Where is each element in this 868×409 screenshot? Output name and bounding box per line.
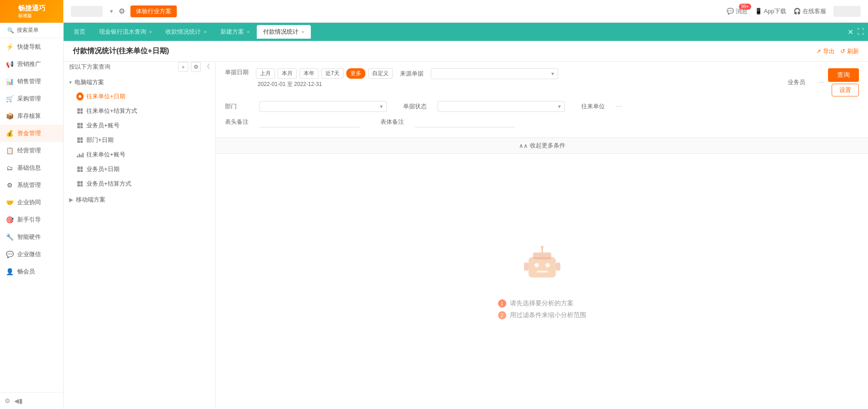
scheme-group-mobile-title[interactable]: ▶ 移动端方案 [64,193,215,207]
tab-expand-icon[interactable]: ⛶ [857,28,864,36]
empty-hint-2: 2 用过滤条件来缩小分析范围 [498,311,586,319]
tab-new-scheme[interactable]: 新建方案 × [214,25,256,39]
chart-icon-5 [76,151,84,158]
note-body-input[interactable] [415,116,515,127]
filter-row-2: 部门 ▾ 单据状态 ▾ 往来单位 ··· [216,96,868,112]
scheme-group-pc: ▾ 电脑端方案 往来单位+日期 [64,76,215,191]
tab-new-scheme-close[interactable]: × [247,29,249,35]
sidebar-label-enterprise: 企业协同 [17,198,41,207]
sidebar-item-wechat[interactable]: 💬 企业微信 [0,246,63,263]
sidebar-item-guide[interactable]: 🎯 新手引导 [0,211,63,228]
agent-select-dots[interactable]: ··· [818,78,824,86]
scheme-item-agent-date[interactable]: 业务员+日期 [64,162,215,177]
agent-query-group: 业务员 ··· 查询 设置 [788,68,859,96]
scheme-item-partner-settle-label: 往来单位+结算方式 [86,107,137,115]
agent-label: 业务员 [788,78,815,86]
scheme-item-partner-account[interactable]: 往来单位+账号 [64,147,215,162]
settings-scheme-icon[interactable]: ⚙ [191,62,201,72]
orange-dot-icon [76,93,84,100]
grid-icon-6 [76,166,84,173]
date-btn-7days[interactable]: 近7天 [321,68,344,79]
svg-point-8 [541,246,544,248]
topbar-gear-icon[interactable]: ⚙ [119,7,125,15]
finance-icon: 💰 [5,129,14,137]
note-body-label: 表体备注 [380,118,408,126]
dept-select[interactable]: ▾ [259,101,387,112]
messages-btn[interactable]: 💬 消息 99+ [727,7,748,15]
tab-bank-flow[interactable]: 现金银行流水查询 × [93,25,158,39]
user-avatar-right[interactable] [833,6,861,17]
doc-status-select[interactable]: ▾ [438,101,565,112]
message-icon: 💬 [727,8,734,15]
scheme-group-pc-title[interactable]: ▾ 电脑端方案 [64,76,215,89]
app-download-btn[interactable]: 📱 App下载 [755,7,786,15]
date-filter-label: 单据日期 [225,68,252,76]
refresh-btn[interactable]: ↺ 刷新 [840,47,859,56]
tab-recv-stat-close[interactable]: × [204,29,206,35]
sidebar-label-marketing: 营销推广 [17,60,41,68]
sidebar-item-enterprise[interactable]: 🤝 企业协同 [0,194,63,211]
search-menu[interactable]: 🔍 搜索菜单 [0,23,63,38]
sidebar-item-purchase[interactable]: 🛒 采购管理 [0,90,63,107]
sidebar-item-basic[interactable]: 🗂 基础信息 [0,159,63,177]
filter-area: 单据日期 上月 本月 本年 近7天 更多 自定义 20 [216,62,868,154]
topbar: ▾ ⚙ 体验行业方案 💬 消息 99+ 📱 App下载 🎧 在线客服 [64,0,868,23]
scheme-item-agent-settle[interactable]: 业务员+结算方式 [64,177,215,191]
sidebar-label-quick-nav: 快捷导航 [17,43,41,51]
export-btn[interactable]: ↗ 导出 [816,47,835,56]
sidebar-item-inventory[interactable]: 📦 库存核算 [0,107,63,125]
date-btn-this-year[interactable]: 本年 [299,68,319,79]
tab-bank-flow-close[interactable]: × [149,29,152,35]
online-service-btn[interactable]: 🎧 在线客服 [793,7,826,15]
sidebar-item-hardware[interactable]: 🔧 智能硬件 [0,228,63,246]
basic-icon: 🗂 [5,164,14,172]
sidebar-item-system[interactable]: ⚙ 系统管理 [0,177,63,194]
filter-content-area: 按以下方案查询 ＋ ⚙ 《 ▾ 电脑端方案 [64,62,868,409]
date-btn-custom[interactable]: 自定义 [368,68,393,79]
add-scheme-icon[interactable]: ＋ [178,62,188,72]
partner-label: 往来单位 [581,102,609,111]
tab-close-all-icon[interactable]: ✕ [848,28,853,36]
settings-btn[interactable]: 设置 [832,84,859,96]
collapse-sidebar-icon[interactable]: ◀▮ [14,397,23,404]
chevron-up-icon: ∧∧ [519,142,528,149]
sidebar-item-business[interactable]: 📋 经营管理 [0,142,63,159]
date-btn-more[interactable]: 更多 [346,68,365,79]
enterprise-icon: 🤝 [5,198,14,207]
collapse-more-btn[interactable]: ∧∧ 收起更多条件 [216,137,868,153]
search-icon: 🔍 [7,27,14,34]
partner-select-dots[interactable]: ··· [616,102,622,111]
date-btn-last-month[interactable]: 上月 [256,68,275,79]
topbar-dropdown-icon[interactable]: ▾ [110,8,113,15]
sidebar-item-quick-nav[interactable]: ⚡ 快捷导航 [0,38,63,56]
note-header-input[interactable] [259,116,359,127]
tab-recv-stat[interactable]: 收款情况统计 × [159,25,213,39]
sidebar-item-finance[interactable]: 💰 资金管理 [0,125,63,142]
tabs-right-actions: ✕ ⛶ [848,28,864,36]
svg-rect-1 [533,252,551,259]
svg-rect-5 [524,263,529,271]
source-doc-select[interactable]: ▾ [431,68,558,79]
scheme-item-partner-settle[interactable]: 往来单位+结算方式 [64,104,215,118]
tab-pay-stat-close[interactable]: × [301,29,304,35]
date-filter-group: 单据日期 上月 本月 本年 近7天 更多 自定义 20 [225,68,393,88]
scheme-item-agent-account[interactable]: 业务员+账号 [64,118,215,133]
trial-btn[interactable]: 体验行业方案 [130,5,177,17]
collapse-panel-icon[interactable]: 《 [204,63,210,71]
tab-pay-stat[interactable]: 付款情况统计 × [257,25,310,39]
member-icon: 👤 [5,268,14,276]
date-btn-this-month[interactable]: 本月 [278,68,297,79]
scheme-item-partner-date[interactable]: 往来单位+日期 [64,89,215,104]
grid-icon-3 [76,122,84,129]
date-buttons: 上月 本月 本年 近7天 更多 自定义 [256,68,393,79]
search-menu-label: 搜索菜单 [17,26,39,34]
query-btn[interactable]: 查询 [828,68,859,82]
sidebar-item-member[interactable]: 👤 畅会员 [0,263,63,280]
tab-home[interactable]: 首页 [67,25,92,39]
sidebar-item-marketing[interactable]: 📢 营销推广 [0,56,63,73]
tab-bank-flow-label: 现金银行流水查询 [99,28,146,36]
sidebar-item-sales[interactable]: 📊 销售管理 [0,73,63,90]
scheme-item-dept-date[interactable]: 部门+日期 [64,133,215,147]
refresh-label: 刷新 [847,47,859,56]
settings-icon[interactable]: ⚙ [5,397,10,404]
